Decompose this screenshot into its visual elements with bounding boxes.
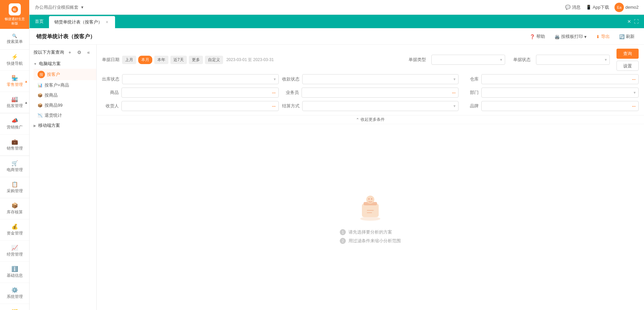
department-dropdown-icon[interactable]: ▾	[634, 90, 636, 95]
sidebar-item-finance[interactable]: 💰 资金管理	[0, 219, 29, 241]
order-status-dropdown-icon[interactable]: ▾	[605, 57, 607, 62]
sidebar-item-sales[interactable]: 💼 销售管理	[0, 135, 29, 156]
salesperson-dots-icon[interactable]: ···	[452, 90, 455, 95]
brand-dots-icon[interactable]: ···	[632, 104, 636, 109]
receiver-control[interactable]: ···	[121, 101, 279, 111]
export-button[interactable]: ⬇ 导出	[593, 32, 612, 41]
left-panel-title: 按以下方案查询	[34, 49, 64, 55]
receive-status-dropdown-icon[interactable]: ▾	[453, 77, 455, 82]
department-control[interactable]: ▾	[481, 88, 639, 98]
tab-close-window-icon[interactable]: ✕	[627, 19, 631, 24]
warehouse-dots-icon[interactable]: ···	[632, 77, 636, 82]
receive-status-control[interactable]: ▾	[302, 74, 459, 84]
sidebar-item-wholesale[interactable]: 🏭 批发管理 ▲	[0, 92, 29, 113]
sidebar-item-operation[interactable]: 📈 经营管理	[0, 241, 29, 262]
payment-dropdown-icon[interactable]: ▾	[453, 104, 455, 108]
payment-input[interactable]	[305, 104, 452, 109]
top-header: 办公用品行业模拟账套 ▾ 💬 消息 📱 App下载 Ea demo2	[30, 0, 644, 15]
refresh-button[interactable]: 🔄 刷新	[616, 32, 637, 41]
date-label: 单据日期	[102, 57, 119, 63]
out-status-input[interactable]	[125, 77, 272, 82]
wholesale-arrow-icon: ▲	[24, 101, 28, 104]
date-btn-thisyear[interactable]: 本年	[154, 56, 168, 64]
sidebar-item-marketing[interactable]: 📣 营销推广	[0, 113, 29, 135]
content-header: 销货单统计表（按客户） ❓ 帮助 🖨️ 按模板打印 ▾ ⬇ 导出 🔄 刷新	[30, 28, 644, 45]
sales-icon: 💼	[11, 139, 18, 145]
date-btn-more[interactable]: 更多	[189, 56, 203, 64]
out-status-control[interactable]: ▾	[122, 74, 279, 84]
tab-sales-stats[interactable]: 销货单统计表（按客户） ×	[49, 16, 115, 28]
header-actions: 💬 消息 📱 App下载 Ea demo2	[565, 3, 639, 12]
product-control[interactable]: ···	[121, 88, 279, 98]
tab-close-icon[interactable]: ×	[104, 19, 110, 25]
sidebar-item-enterprise[interactable]: 🤝 企业协同	[0, 304, 29, 310]
query-button[interactable]: 查询	[616, 49, 639, 59]
collapse-panel-button[interactable]: «	[85, 49, 92, 56]
payment-control[interactable]: ▾	[302, 101, 459, 111]
order-type-input[interactable]	[434, 57, 499, 62]
message-button[interactable]: 💬 消息	[565, 4, 581, 10]
warehouse-input[interactable]	[484, 77, 631, 82]
tree-item-by-customer[interactable]: 按 按客户	[34, 69, 96, 80]
sidebar-item-inventory[interactable]: 📦 库存核算	[0, 198, 29, 219]
order-type-dropdown-icon[interactable]: ▾	[500, 57, 502, 62]
out-status-label: 出库状态	[102, 76, 119, 82]
tree-item-by-product[interactable]: 📦 按商品	[34, 90, 96, 100]
app-download-button[interactable]: 📱 App下载	[586, 4, 609, 10]
sidebar-item-basic[interactable]: ℹ️ 基础信息	[0, 262, 29, 283]
order-status-input[interactable]	[539, 57, 603, 62]
brand-control[interactable]: ···	[481, 101, 639, 111]
refresh-icon: 🔄	[619, 34, 625, 39]
svg-point-6	[368, 198, 370, 200]
order-status-control[interactable]: ▾	[536, 55, 610, 65]
order-status-label: 单据状态	[513, 57, 531, 63]
collapse-more-row[interactable]: ⌃ 收起更多条件	[97, 115, 644, 124]
tree-group-desktop[interactable]: ▼ 电脑端方案	[30, 59, 96, 69]
search-menu-button[interactable]: 🔍 搜索菜单	[2, 32, 27, 47]
basic-icon: ℹ️	[11, 266, 18, 272]
out-status-dropdown-icon[interactable]: ▾	[274, 77, 276, 82]
sidebar-item-system[interactable]: ⚙️ 系统管理	[0, 283, 29, 304]
operation-icon: 📈	[11, 245, 18, 251]
date-btn-custom[interactable]: 自定义	[205, 56, 223, 64]
order-type-control[interactable]: ▾	[431, 55, 505, 65]
tree-item-return-stats[interactable]: 📉 退货统计	[34, 110, 96, 120]
svg-point-2	[360, 217, 380, 221]
receiver-dots-icon[interactable]: ···	[272, 104, 276, 109]
product-dots-icon[interactable]: ···	[272, 90, 276, 95]
tree-group-mobile[interactable]: ▶ 移动端方案	[30, 120, 96, 131]
tab-maximize-icon[interactable]: ⛶	[634, 19, 639, 24]
sidebar-item-purchase[interactable]: 📋 采购管理	[0, 177, 29, 198]
add-scheme-button[interactable]: +	[66, 49, 73, 56]
product-input[interactable]	[124, 90, 271, 95]
tab-home[interactable]: 首页	[30, 15, 49, 28]
industry-selector[interactable]: 办公用品行业模拟账套 ▾	[35, 4, 84, 10]
date-btn-7days[interactable]: 近7天	[170, 56, 187, 64]
salesperson-control[interactable]: ···	[302, 88, 459, 98]
sidebar-item-retail[interactable]: 🏪 零售管理 ▲	[0, 71, 29, 92]
date-btn-thismonth[interactable]: 本月	[138, 56, 152, 64]
receiver-input[interactable]	[124, 104, 271, 109]
date-btn-lastmonth[interactable]: 上月	[122, 56, 136, 64]
sidebar-item-ecommerce[interactable]: 🛒 电商管理	[0, 156, 29, 177]
retail-icon: 🏪	[11, 75, 18, 81]
settings-scheme-button[interactable]: ⚙	[75, 49, 83, 56]
empty-tips: 1 请先选择要分析的方案 2 用过滤条件来缩小分析范围	[340, 229, 401, 244]
warehouse-control[interactable]: ···	[481, 74, 639, 84]
department-input[interactable]	[484, 90, 632, 95]
print-button[interactable]: 🖨️ 按模板打印 ▾	[552, 32, 589, 41]
app-name: 畅捷通好生意 标版	[5, 17, 25, 25]
salesperson-input[interactable]	[305, 90, 451, 95]
receive-status-input[interactable]	[305, 77, 452, 82]
tree-item-product99[interactable]: 📦 按商品99	[34, 100, 96, 110]
sidebar-item-quicknav[interactable]: ⚡ 快捷导航	[0, 50, 29, 71]
user-menu[interactable]: Ea demo2	[614, 3, 639, 12]
action-buttons: 查询 设置	[616, 49, 639, 71]
brand-input[interactable]	[484, 104, 631, 109]
logo-button[interactable]: 畅 畅捷通好生意 标版	[0, 0, 29, 29]
brand-cell: 品牌 ···	[462, 101, 639, 111]
tree-item-customer-product[interactable]: 📊 按客户+商品	[34, 80, 96, 90]
content-area: 销货单统计表（按客户） ❓ 帮助 🖨️ 按模板打印 ▾ ⬇ 导出 🔄 刷新	[30, 28, 644, 310]
filter-settings-button[interactable]: 设置	[616, 61, 639, 71]
help-button[interactable]: ❓ 帮助	[527, 32, 548, 41]
